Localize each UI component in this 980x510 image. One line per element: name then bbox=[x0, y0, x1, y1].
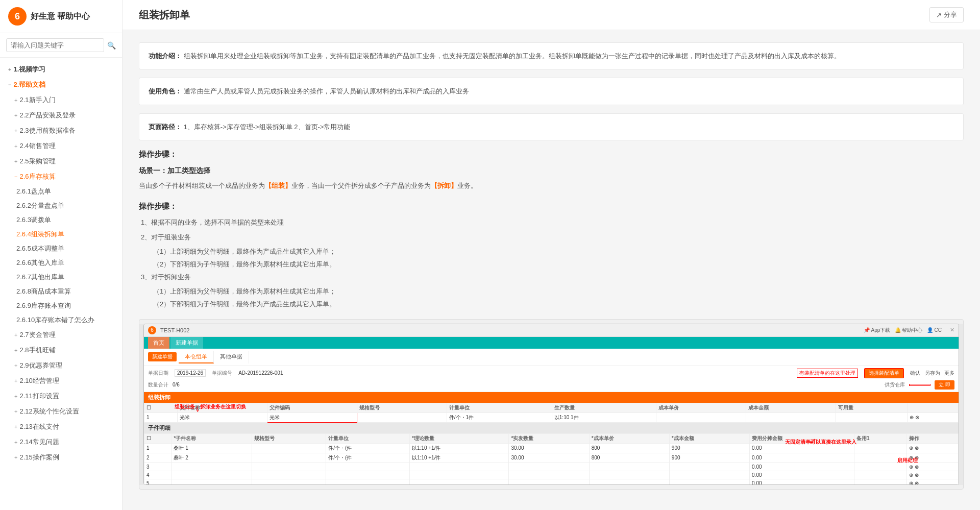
screenshot-container: 6 TEST-H002 📌 App下载 🔔 帮助中心 👤 CC ✕ 首页 新建单… bbox=[139, 319, 964, 490]
path-text: 1、库存核算->库存管理->组装拆卸单 2、首页->常用功能 bbox=[184, 123, 351, 131]
sidebar-item-s267[interactable]: 2.6.7其他出库单 bbox=[0, 270, 122, 284]
intro-box: 功能介绍： 组装拆卸单用来处理企业组装或拆卸等加工业务，支持有固定装配清单的产品… bbox=[139, 42, 964, 69]
app-icon: 6 bbox=[148, 326, 156, 334]
sidebar-item-s2[interactable]: − 2.帮助文档 bbox=[0, 77, 122, 92]
page-title: 组装拆卸单 bbox=[139, 8, 190, 22]
lower-table-area: 无固定清单可以直接在这里录入 ↙ 启用处理 ☐ *子件名称 规格型号 计量单位 bbox=[144, 433, 959, 484]
step2-1: （1）上部明细为父件明细，最终作为产成品生成其它入库单； bbox=[139, 246, 964, 258]
scenario1-desc: 当由多个子件材料组装成一个成品的业务为【组装】业务，当由一个父件拆分成多个子产品… bbox=[139, 180, 964, 192]
qty-label: 数量合计 bbox=[148, 381, 168, 388]
tab-other-docs[interactable]: 其他单据 bbox=[214, 351, 249, 363]
step3: 3、对于拆卸业务 bbox=[139, 271, 964, 284]
ok-btn[interactable]: 立 即 bbox=[935, 380, 954, 390]
sidebar-item-s264[interactable]: 2.6.4组装拆卸单 bbox=[0, 227, 122, 241]
col-unit: 计量单位 bbox=[447, 403, 552, 412]
warehouse-input[interactable] bbox=[909, 384, 930, 386]
doc-type-tabs: 本仓组单 其他单据 bbox=[179, 351, 249, 363]
table-row: 5 0.00 ⊕ ⊗ bbox=[144, 479, 959, 484]
sidebar-item-s263[interactable]: 2.6.3调拨单 bbox=[0, 213, 122, 227]
app-window: 6 TEST-H002 📌 App下载 🔔 帮助中心 👤 CC ✕ 首页 新建单… bbox=[143, 324, 959, 485]
assembly-section-label: 组装拆卸 bbox=[148, 394, 170, 401]
upper-table-area: ☐ 父件名称 父件编码 规格型号 计量单位 生产数量 成本单价 成本金额 可用量 bbox=[144, 403, 959, 423]
sidebar-item-s266[interactable]: 2.6.6其他入库单 bbox=[0, 256, 122, 270]
sidebar-item-s215[interactable]: + 2.15操作案例 bbox=[0, 450, 122, 465]
path-box: 页面路径： 1、库存核算->库存管理->组装拆卸单 2、首页->常用功能 bbox=[139, 113, 964, 140]
share-button[interactable]: ↗ 分享 bbox=[929, 7, 964, 22]
sidebar-item-s212[interactable]: + 2.12系统个性化设置 bbox=[0, 404, 122, 419]
role-text: 通常由生产人员或库管人员完成拆装业务的操作，库管人员确认原材料的出库和产成品的入… bbox=[184, 87, 469, 95]
sidebar-item-s262[interactable]: 2.6.2分量盘点单 bbox=[0, 199, 122, 213]
sidebar-header: 6 好生意 帮助中心 bbox=[0, 0, 122, 33]
sidebar-item-s22[interactable]: + 2.2产品安装及登录 bbox=[0, 108, 122, 123]
select-assembly-btn[interactable]: 选择装配清单 bbox=[864, 368, 904, 378]
col-qty: 生产数量 bbox=[552, 403, 656, 412]
col-cost1: 成本单价 bbox=[656, 403, 746, 412]
table-row: 2 桑叶 2 件/个・(件 以1:10 +1/件 30.00 800 900 0… bbox=[144, 453, 959, 463]
tab-home[interactable]: 首页 bbox=[148, 337, 169, 349]
search-input[interactable] bbox=[6, 38, 104, 52]
form-header: 单据日期 2019-12-26 单据编号 AD-201912226-001 有装… bbox=[144, 366, 959, 392]
child-parts-label: 子件明细 bbox=[148, 425, 170, 431]
annotation-no-list: 无固定清单可以直接在这里录入 bbox=[785, 439, 856, 446]
sidebar-item-s269[interactable]: 2.6.9库存账本查询 bbox=[0, 299, 122, 313]
topbar-icons: 📌 App下载 🔔 帮助中心 👤 CC bbox=[864, 327, 942, 334]
date-value: 2019-12-26 bbox=[175, 369, 206, 377]
sidebar-item-s26[interactable]: − 2.6库存核算 bbox=[0, 169, 122, 184]
new-doc-btn[interactable]: 新建单据 bbox=[148, 352, 177, 361]
lower-section-header: 子件明细 bbox=[144, 423, 959, 433]
tab-this-warehouse[interactable]: 本仓组单 bbox=[179, 351, 214, 363]
ops-steps-title: 操作步骤： bbox=[139, 202, 964, 211]
table-row: 4 0.00 ⊕ ⊗ bbox=[144, 471, 959, 479]
search-icon[interactable]: 🔍 bbox=[107, 41, 116, 50]
sidebar-item-s28[interactable]: + 2.8手机旺铺 bbox=[0, 343, 122, 358]
step2: 2、对于组装业务 bbox=[139, 231, 964, 244]
intro-text: 组装拆卸单用来处理企业组装或拆卸等加工业务，支持有固定装配清单的产品加工业务，也… bbox=[184, 52, 841, 60]
annotation-enable: 启用处理 bbox=[897, 457, 918, 464]
col-spec: 规格型号 bbox=[357, 403, 447, 412]
nav-tabs: 首页 新建单据 bbox=[144, 337, 959, 349]
sidebar-item-s214[interactable]: + 2.14常见问题 bbox=[0, 434, 122, 450]
table-row: 1 光米 光米 件/个・1件 以1:10 1件 ⊕ ⊗ bbox=[144, 412, 959, 422]
content-area: 功能介绍： 组装拆卸单用来处理企业组装或拆卸等加工业务，支持有固定装配清单的产品… bbox=[122, 30, 980, 510]
annotation-assembly: 有装配清单的在这里处理 bbox=[797, 369, 858, 378]
sidebar-item-s268[interactable]: 2.6.8商品成本重算 bbox=[0, 284, 122, 299]
qty-value: 0/6 bbox=[173, 382, 180, 387]
sidebar-item-s27[interactable]: + 2.7资金管理 bbox=[0, 327, 122, 343]
sidebar-item-s261[interactable]: 2.6.1盘点单 bbox=[0, 184, 122, 199]
date-label: 单据日期 bbox=[148, 370, 168, 377]
sidebar-item-s211[interactable]: + 2.11打印设置 bbox=[0, 388, 122, 404]
table-row: 3 0.00 ⊕ ⊗ bbox=[144, 463, 959, 471]
share-icon: ↗ bbox=[936, 11, 942, 19]
step3-2: （2）下部明细为子件明细，最终作为产成品生成其它入库单。 bbox=[139, 298, 964, 311]
sidebar-item-s210[interactable]: + 2.10经营管理 bbox=[0, 373, 122, 388]
sidebar-item-s265[interactable]: 2.6.5成本调整单 bbox=[0, 241, 122, 256]
sidebar-item-s213[interactable]: + 2.13在线支付 bbox=[0, 419, 122, 434]
sidebar-item-s23[interactable]: + 2.3使用前数据准备 bbox=[0, 123, 122, 138]
company-name: TEST-H002 bbox=[160, 327, 189, 333]
sidebar-item-s25[interactable]: + 2.5采购管理 bbox=[0, 154, 122, 169]
annotation-switch: 组装业务、拆卸业务在这里切换 bbox=[175, 403, 246, 410]
nav-tree: + 1.视频学习 − 2.帮助文档 + 2.1新手入门 + 2.2产品安装及登录… bbox=[0, 58, 122, 510]
sidebar-item-s21[interactable]: + 2.1新手入门 bbox=[0, 92, 122, 108]
col-parent-code: 父件编码 bbox=[267, 403, 357, 412]
ref-label: 单据编号 bbox=[212, 370, 232, 377]
tab-purchase[interactable]: 新建单据 bbox=[170, 337, 203, 349]
intro-label: 功能介绍： bbox=[149, 52, 182, 60]
upper-table: ☐ 父件名称 父件编码 规格型号 计量单位 生产数量 成本单价 成本金额 可用量 bbox=[144, 403, 959, 423]
main-content: 组装拆卸单 ↗ 分享 功能介绍： 组装拆卸单用来处理企业组装或拆卸等加工业务，支… bbox=[122, 0, 980, 510]
warehouse-label: 供货仓库 bbox=[885, 381, 905, 388]
left-arrow-icon: ↙ bbox=[809, 436, 816, 446]
step2-2: （2）下部明细为子件明细，最终作为原材料生成其它出库单。 bbox=[139, 258, 964, 271]
sidebar-item-s2610[interactable]: 2.6.10库存账本错了怎么办 bbox=[0, 313, 122, 327]
sidebar: 6 好生意 帮助中心 🔍 + 1.视频学习 − 2.帮助文档 + 2.1新手入门… bbox=[0, 0, 122, 510]
sidebar-item-s24[interactable]: + 2.4销售管理 bbox=[0, 138, 122, 154]
close-icon[interactable]: ✕ bbox=[950, 327, 954, 333]
assembly-section-header: 组装拆卸 ↓ 组装业务、拆卸业务在这里切换 bbox=[144, 392, 959, 403]
form-fields: 单据日期 2019-12-26 单据编号 AD-201912226-001 有装… bbox=[148, 368, 954, 378]
col-action bbox=[908, 403, 959, 412]
ops-label: 操作步骤： bbox=[139, 150, 964, 159]
sidebar-item-s1[interactable]: + 1.视频学习 bbox=[0, 62, 122, 77]
sidebar-item-s29[interactable]: + 2.9优惠券管理 bbox=[0, 358, 122, 373]
app-titlebar: 6 TEST-H002 📌 App下载 🔔 帮助中心 👤 CC ✕ bbox=[144, 324, 959, 337]
col-avail: 可用量 bbox=[836, 403, 908, 412]
